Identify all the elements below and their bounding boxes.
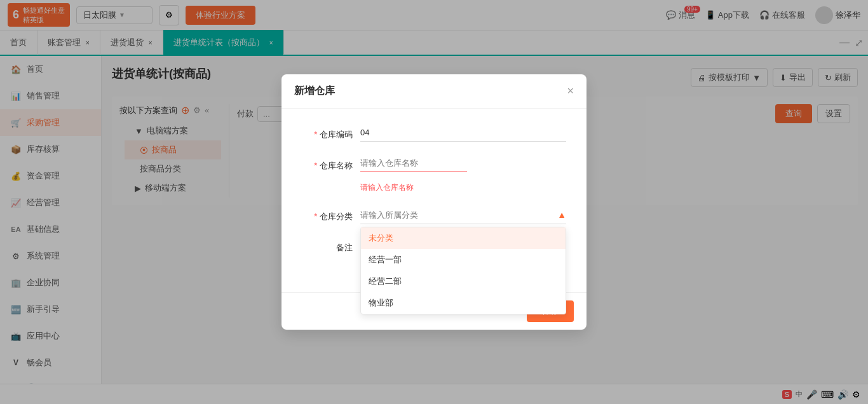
warehouse-code-label: 仓库编码	[302, 124, 353, 140]
warehouse-code-input[interactable]	[360, 124, 566, 142]
name-error-message: 请输入仓库名称	[360, 183, 414, 192]
category-arrow-up-icon: ▲	[557, 210, 566, 220]
warehouse-name-input[interactable]	[360, 154, 467, 172]
warehouse-note-label: 备注	[302, 237, 353, 253]
warehouse-name-error: 请输入仓库名称	[360, 182, 414, 193]
warehouse-category-row: 仓库分类 ▲ 未分类 经营一部 经营二部 物业部	[302, 206, 566, 224]
category-dropdown-list: 未分类 经营一部 经营二部 物业部	[360, 227, 566, 314]
add-warehouse-modal: 新增仓库 × 仓库编码 仓库名称 请输入仓库名称	[281, 74, 587, 330]
warehouse-name-row: 仓库名称 请输入仓库名称	[302, 154, 566, 193]
warehouse-name-field: 仓库名称	[302, 154, 566, 172]
category-option-property[interactable]: 物业部	[361, 292, 566, 314]
modal-title: 新增仓库	[294, 84, 335, 98]
category-option-dept1[interactable]: 经营一部	[361, 249, 566, 271]
warehouse-name-wrapper	[360, 154, 566, 172]
category-option-dept2[interactable]: 经营二部	[361, 271, 566, 292]
modal-close-button[interactable]: ×	[567, 84, 574, 98]
modal-header: 新增仓库 ×	[281, 74, 587, 109]
warehouse-category-label: 仓库分类	[302, 206, 353, 222]
modal-overlay: 新增仓库 × 仓库编码 仓库名称 请输入仓库名称	[0, 0, 868, 404]
modal-body: 仓库编码 仓库名称 请输入仓库名称 仓库分类	[281, 109, 587, 292]
warehouse-category-input[interactable]	[360, 210, 557, 220]
category-option-none[interactable]: 未分类	[361, 227, 566, 249]
warehouse-category-wrapper: ▲ 未分类 经营一部 经营二部 物业部	[360, 206, 566, 224]
warehouse-category-selector[interactable]: ▲	[360, 206, 566, 224]
warehouse-code-row: 仓库编码	[302, 124, 566, 142]
warehouse-name-label: 仓库名称	[302, 155, 353, 172]
